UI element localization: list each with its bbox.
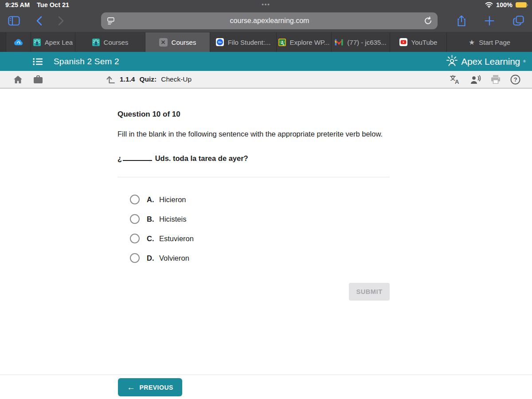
option-letter: B.	[147, 215, 159, 223]
read-aloud-icon[interactable]	[470, 75, 481, 84]
cloud-favicon	[14, 39, 23, 46]
radio-button[interactable]	[130, 195, 140, 204]
activity-number: 1.1.4	[120, 75, 135, 83]
filo-favicon: filo	[216, 38, 224, 46]
svg-text:?: ?	[513, 76, 517, 83]
forward-icon[interactable]	[58, 16, 64, 26]
back-icon[interactable]	[36, 16, 42, 26]
radio-button[interactable]	[130, 214, 140, 224]
activity-type: Quiz:	[139, 75, 156, 83]
brand-name: Apex Learning	[461, 56, 520, 67]
reload-icon[interactable]	[424, 16, 432, 25]
tab-label: (77) - jc635...	[347, 39, 386, 46]
date: Tue Oct 21	[37, 1, 69, 8]
option-c[interactable]: C. Estuvieron	[130, 229, 390, 248]
previous-label: PREVIOUS	[140, 384, 173, 391]
sentence-prefix: ¿	[117, 154, 122, 162]
option-letter: D.	[147, 254, 159, 262]
star-icon: ★	[469, 38, 475, 47]
left-arrow-icon: ←	[127, 383, 136, 391]
tab-courses[interactable]: Courses	[75, 32, 145, 52]
help-icon[interactable]: ?	[510, 74, 520, 85]
option-text: Estuvieron	[159, 235, 194, 243]
question-sentence: ¿ Uds. toda la tarea de ayer?	[117, 154, 390, 163]
option-letter: A.	[147, 196, 159, 204]
translate-icon[interactable]: A	[450, 74, 460, 84]
sentence-suffix: Uds. toda la tarea de ayer?	[153, 154, 248, 162]
quiz-content: Question 10 of 10 Fill in the blank in t…	[0, 89, 532, 399]
svg-text:A: A	[455, 78, 459, 85]
question-prompt: Fill in the blank in the following sente…	[117, 129, 390, 139]
brand-trademark: ®	[523, 59, 526, 63]
option-a[interactable]: A. Hicieron	[130, 190, 390, 209]
answer-options: A. Hicieron B. Hicisteis C. Estuvieron D…	[130, 190, 390, 268]
quiz-footer: ← PREVIOUS	[0, 375, 532, 399]
apex-logo-icon	[446, 55, 458, 68]
tab-gmail[interactable]: (77) - jc635...	[332, 32, 390, 52]
tab-label: Start Page	[479, 39, 510, 46]
briefcase-icon[interactable]	[33, 75, 43, 84]
tab-youtube[interactable]: YouTube	[390, 32, 447, 52]
tab-label: Filo Student:...	[228, 39, 271, 46]
reader-icon[interactable]	[106, 16, 115, 25]
print-icon[interactable]	[491, 75, 501, 84]
home-icon[interactable]	[13, 75, 23, 84]
battery-percent: 100%	[496, 1, 512, 8]
radio-button[interactable]	[130, 234, 140, 243]
tab-filo[interactable]: filo Filo Student:...	[210, 32, 277, 52]
option-d[interactable]: D. Volvieron	[130, 248, 390, 268]
fill-in-blank	[123, 155, 152, 161]
status-bar: 9:25 AM Tue Oct 21 ••• 100%	[0, 0, 532, 10]
filo-favicon-text: filo	[218, 41, 222, 43]
close-tab-icon[interactable]: ✕	[159, 38, 168, 47]
safari-toolbar: course.apexlearning.com	[0, 10, 532, 32]
apex-learning-logo: Apex Learning ®	[446, 55, 526, 68]
submit-button[interactable]: SUBMIT	[349, 283, 390, 301]
tab-strip: Apex Lea Courses ✕ Courses filo Filo Stu…	[0, 32, 532, 52]
course-menu-icon[interactable]	[33, 58, 43, 66]
tab-explore-wp[interactable]: Explore WP...	[277, 32, 332, 52]
option-text: Volvieron	[159, 254, 189, 262]
question-divider	[117, 177, 390, 177]
tab-cloud[interactable]	[6, 32, 31, 52]
tab-edge-stub[interactable]	[0, 32, 6, 52]
clock: 9:25 AM	[5, 1, 30, 8]
ipad-screen: 9:25 AM Tue Oct 21 ••• 100%	[0, 0, 532, 399]
youtube-favicon	[399, 38, 407, 46]
share-icon[interactable]	[457, 15, 466, 27]
apex-favicon	[92, 39, 100, 46]
activity-name: Check-Up	[161, 75, 192, 83]
course-title: Spanish 2 Sem 2	[54, 57, 119, 66]
tab-apex-learning[interactable]: Apex Lea	[31, 32, 75, 52]
classroom-favicon	[278, 39, 286, 46]
tab-label: Explore WP...	[290, 39, 330, 46]
option-text: Hicisteis	[159, 215, 186, 223]
browser-chrome: 9:25 AM Tue Oct 21 ••• 100%	[0, 0, 532, 52]
sidebar-icon[interactable]	[8, 16, 20, 26]
tab-label: Courses	[172, 39, 196, 46]
status-handle: •••	[0, 1, 532, 8]
url-text: course.apexlearning.com	[115, 17, 424, 25]
level-up-icon[interactable]	[106, 75, 115, 84]
gmail-favicon	[335, 39, 343, 46]
new-tab-icon[interactable]	[485, 16, 494, 26]
question-progress: Question 10 of 10	[117, 110, 390, 119]
previous-button[interactable]: ← PREVIOUS	[118, 378, 182, 396]
tab-label: Apex Lea	[45, 39, 73, 46]
option-b[interactable]: B. Hicisteis	[130, 209, 390, 229]
battery-icon	[516, 2, 527, 8]
apex-favicon	[33, 39, 41, 46]
tab-label: YouTube	[411, 39, 438, 46]
address-bar[interactable]: course.apexlearning.com	[101, 12, 438, 29]
tab-start-page[interactable]: ★ Start Page	[447, 32, 532, 52]
tab-overview-icon[interactable]	[513, 16, 524, 26]
course-header: Spanish 2 Sem 2 Apex Learning ®	[0, 52, 532, 71]
option-text: Hicieron	[159, 196, 186, 204]
radio-button[interactable]	[130, 253, 140, 263]
option-letter: C.	[147, 235, 159, 243]
tab-label: Courses	[104, 39, 129, 46]
activity-toolbar: 1.1.4 Quiz: Check-Up A ?	[0, 71, 532, 89]
tab-courses-active[interactable]: ✕ Courses	[145, 32, 210, 52]
wifi-icon	[485, 2, 493, 8]
